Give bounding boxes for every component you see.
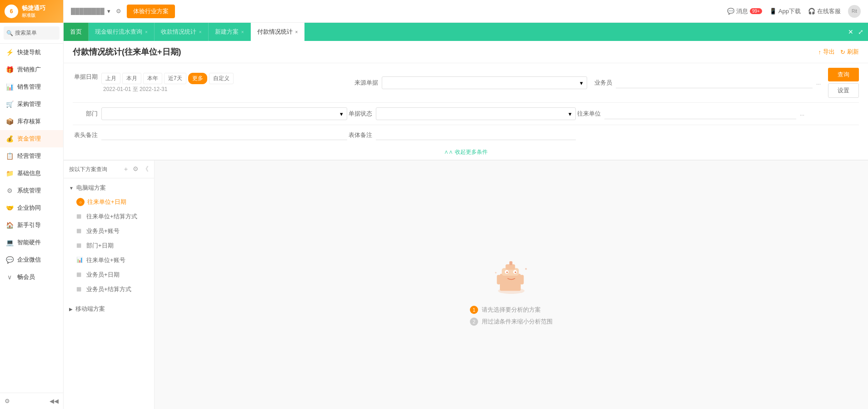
- partner-label: 往来单位: [576, 110, 601, 118]
- user-avatar[interactable]: Rit: [848, 5, 861, 18]
- sidebar-item-wechat[interactable]: 💬 企业微信: [0, 251, 63, 268]
- body-note-input[interactable]: [376, 130, 576, 140]
- scheme-group-mobile: ▶ 移动端方案: [64, 299, 154, 318]
- tab-expand-icon[interactable]: ⤢: [858, 28, 863, 35]
- tab-payment-stats-label: 收款情况统计: [161, 28, 196, 36]
- sidebar-item-hardware[interactable]: 💻 智能硬件: [0, 234, 63, 251]
- right-panel: ✦ ✦ 1 请先选择要分析的方案 2 用过滤条件来缩小分析范围: [155, 161, 868, 409]
- tab-new-scheme-close[interactable]: ×: [241, 30, 244, 35]
- tip-number-1: 1: [470, 306, 478, 314]
- export-button[interactable]: ↑ 导出: [818, 48, 835, 56]
- date-custom-btn[interactable]: 自定义: [209, 73, 234, 84]
- empty-tip-1: 1 请先选择要分析的方案: [470, 306, 553, 314]
- scheme-item-icon: ▦: [76, 213, 84, 220]
- partner-input[interactable]: [604, 109, 796, 119]
- service-button[interactable]: 🎧 在线客服: [808, 7, 841, 15]
- tab-payment-stats-close[interactable]: ×: [199, 30, 202, 35]
- doc-status-select[interactable]: ▾: [376, 107, 576, 120]
- tab-new-scheme[interactable]: 新建方案 ×: [209, 23, 251, 41]
- tab-cash-flow[interactable]: 现金银行流水查询 ×: [89, 23, 155, 41]
- date-this-month-btn[interactable]: 本月: [122, 73, 141, 84]
- sidebar-item-marketing[interactable]: 🎁 营销推广: [0, 61, 63, 78]
- date-label: 单据日期: [73, 73, 98, 81]
- employee-more-icon[interactable]: ...: [816, 80, 821, 86]
- app-download-button[interactable]: 📱 App下载: [769, 7, 801, 15]
- settings-icon[interactable]: ⚙: [5, 398, 10, 404]
- tab-home[interactable]: 首页: [64, 23, 89, 41]
- dept-label: 部门: [73, 110, 98, 118]
- wechat-icon: 💬: [5, 256, 14, 264]
- collapse-sidebar-icon[interactable]: ◀◀: [50, 398, 59, 404]
- sidebar-item-shortcut[interactable]: ⚡ 快捷导航: [0, 44, 63, 61]
- scheme-item-partner-settle[interactable]: ▦ 往来单位+结算方式: [64, 209, 154, 224]
- topbar: ████████ ▾ ⚙ 体验行业方案 💬 消息 99+ 📱 App下载 🎧 在…: [64, 0, 868, 23]
- doc-status-label: 单据状态: [347, 110, 372, 118]
- source-label: 来源单据: [353, 79, 378, 87]
- message-badge: 99+: [750, 8, 762, 14]
- tab-close-all-icon[interactable]: ✕: [848, 28, 853, 35]
- sidebar-item-capital[interactable]: 💰 资金管理: [0, 130, 63, 147]
- message-button[interactable]: 💬 消息 99+: [727, 7, 762, 15]
- refresh-button[interactable]: ↻ 刷新: [840, 48, 859, 56]
- scheme-item-label: 业务员+日期: [86, 271, 120, 279]
- date-this-year-btn[interactable]: 本年: [143, 73, 162, 84]
- date-more-btn[interactable]: 更多: [188, 73, 207, 84]
- doc-status-dropdown-icon: ▾: [569, 111, 572, 117]
- page-header: 付款情况统计(往来单位+日期) ↑ 导出 ↻ 刷新: [64, 41, 868, 63]
- employee-input[interactable]: [616, 78, 813, 88]
- sidebar-item-label: 销售管理: [17, 83, 41, 91]
- tab-pay-stats-close[interactable]: ×: [295, 30, 298, 35]
- sidebar-item-guide[interactable]: 🏠 新手引导: [0, 217, 63, 234]
- scheme-group-desktop-header[interactable]: ▼ 电脑端方案: [64, 181, 154, 195]
- collapse-bar[interactable]: ∧∧ 收起更多条件: [64, 145, 868, 160]
- scheme-item-label: 往来单位+日期: [87, 198, 126, 206]
- scheme-item-employee-account[interactable]: ▦ 业务员+账号: [64, 224, 154, 238]
- scheme-item-partner-date[interactable]: ○ 往来单位+日期: [64, 195, 154, 209]
- sidebar-item-inventory[interactable]: 📦 库存核算: [0, 113, 63, 130]
- sidebar-header: 6 畅捷通巧 标准版: [0, 0, 63, 23]
- date-7days-btn[interactable]: 近7天: [164, 73, 186, 84]
- sidebar-item-system[interactable]: ⚙ 系统管理: [0, 182, 63, 199]
- scheme-group-mobile-header[interactable]: ▶ 移动端方案: [64, 302, 154, 316]
- filter-settings-button[interactable]: 设置: [828, 83, 859, 98]
- sidebar-item-operation[interactable]: 📋 经营管理: [0, 147, 63, 165]
- query-button[interactable]: 查询: [828, 68, 859, 81]
- sidebar-item-label: 采购管理: [17, 100, 41, 108]
- source-select[interactable]: ▾: [382, 76, 587, 89]
- header-note-label: 表头备注: [73, 131, 98, 139]
- header-note-input[interactable]: [101, 130, 347, 140]
- refresh-label: 刷新: [847, 48, 859, 56]
- scheme-item-dept-date[interactable]: ▦ 部门+日期: [64, 238, 154, 253]
- scheme-settings-icon[interactable]: ⚙: [133, 165, 139, 173]
- filter-actions: 查询 设置: [828, 68, 859, 98]
- search-menu-button[interactable]: 🔍 搜索菜单: [4, 26, 60, 40]
- add-scheme-icon[interactable]: ＋: [123, 165, 129, 173]
- scheme-item-employee-date[interactable]: ▦ 业务员+日期: [64, 268, 154, 282]
- date-last-month-btn[interactable]: 上月: [101, 73, 120, 84]
- tab-pay-stats[interactable]: 付款情况统计 ×: [251, 23, 305, 41]
- sidebar-item-member[interactable]: ∨ 畅会员: [0, 268, 63, 286]
- dropdown-arrow[interactable]: ▾: [107, 8, 110, 15]
- svg-rect-3: [506, 264, 515, 270]
- svg-text:✦: ✦: [524, 267, 528, 271]
- topbar-settings-icon[interactable]: ⚙: [116, 8, 121, 15]
- scheme-item-partner-account[interactable]: 📊 往来单位+账号: [64, 253, 154, 268]
- partner-more-icon[interactable]: ...: [800, 111, 804, 117]
- tab-cash-flow-close[interactable]: ×: [145, 30, 148, 35]
- scheme-item-employee-settle[interactable]: ▦ 业务员+结算方式: [64, 282, 154, 297]
- collapse-panel-icon[interactable]: 《: [142, 165, 149, 173]
- scheme-item-label: 往来单位+账号: [86, 256, 125, 264]
- trial-button[interactable]: 体验行业方案: [127, 5, 175, 18]
- refresh-icon: ↻: [840, 49, 845, 56]
- brand-name: 畅捷通巧: [22, 4, 45, 12]
- filter-row-1: 单据日期 上月 本月 本年 近7天 更多 自定义 2022-01-01 至 20…: [64, 63, 868, 102]
- headset-icon: 🎧: [808, 8, 815, 15]
- sidebar-item-sales[interactable]: 📊 销售管理: [0, 78, 63, 96]
- tab-payment-stats[interactable]: 收款情况统计 ×: [155, 23, 209, 41]
- sidebar-item-basic[interactable]: 📁 基础信息: [0, 165, 63, 182]
- sidebar-item-enterprise[interactable]: 🤝 企业协同: [0, 199, 63, 217]
- dept-select[interactable]: ▾: [101, 107, 347, 120]
- sidebar-item-purchase[interactable]: 🛒 采购管理: [0, 96, 63, 113]
- sidebar-item-label: 经营管理: [17, 152, 41, 160]
- svg-rect-1: [500, 274, 521, 291]
